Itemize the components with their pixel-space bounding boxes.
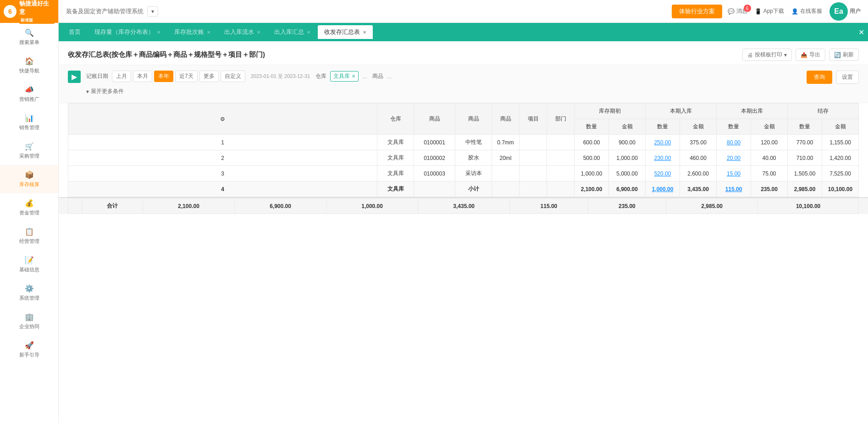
tab-inout-flow[interactable]: 出入库流水 ✕ [218, 25, 267, 39]
export-button[interactable]: 📤 导出 [796, 49, 825, 61]
date-btn-more[interactable]: 更多 [199, 71, 219, 82]
warehouse-more[interactable]: ... [362, 73, 367, 80]
date-btn-this-month[interactable]: 本月 [133, 71, 152, 82]
cell-in-qty[interactable]: 520.00 [646, 166, 680, 181]
sidebar-item-guide[interactable]: 🚀 新手引导 [0, 335, 58, 364]
cell-no: 1 [68, 135, 377, 150]
expand-more-btn[interactable]: ▾ 展开更多条件 [86, 86, 801, 97]
th-out-amt: 金额 [751, 119, 788, 135]
dropdown-label: ▾ [151, 8, 154, 15]
app-name: 畅捷通好生意 [19, 0, 55, 16]
tab-close-icon[interactable]: ✕ [307, 30, 310, 35]
cell-code: 0100001 [414, 135, 455, 150]
tab-collect-summary[interactable]: 收发存汇总表 ✕ [318, 25, 373, 39]
subtotal-dept [547, 181, 575, 197]
sidebar-item-basic[interactable]: 📝 基础信息 [0, 250, 58, 279]
page-header: 收发存汇总表(按仓库＋商品编码＋商品＋规格型号＋项目＋部门) 🖨 按模板打印 ▾… [59, 41, 868, 65]
messages-action[interactable]: 💬 6 消息 [728, 7, 747, 15]
subtotal-code [414, 181, 455, 197]
subtotal-warehouse: 文具库 [377, 181, 414, 197]
tab-batch[interactable]: 库存批次账 ✕ [168, 25, 217, 39]
cell-code: 0100002 [414, 150, 455, 166]
cell-in-amt: 375.00 [680, 135, 717, 150]
warehouse-tag: 文具库 ✕ [330, 71, 359, 82]
th-out: 本期出库 [717, 104, 788, 119]
date-btn-last-month[interactable]: 上月 [112, 71, 131, 82]
print-button[interactable]: 🖨 按模板打印 ▾ [742, 49, 792, 61]
system-dropdown[interactable]: ▾ [147, 6, 158, 16]
cell-in-qty[interactable]: 230.00 [646, 150, 680, 166]
refresh-button[interactable]: 🔄 刷新 [829, 49, 859, 61]
sidebar-item-system[interactable]: ⚙️ 系统管理 [0, 279, 58, 307]
settings-button[interactable]: 设置 [836, 71, 859, 84]
sidebar-item-quick[interactable]: 🏠 快捷导航 [0, 51, 58, 80]
warehouse-tag-close[interactable]: ✕ [352, 74, 355, 79]
date-btn-custom[interactable]: 自定义 [221, 71, 245, 82]
experience-button[interactable]: 体验行业方案 [672, 5, 722, 18]
tab-close-icon[interactable]: ✕ [157, 30, 160, 35]
cell-product: 胶水 [455, 150, 492, 166]
sidebar-item-finance[interactable]: 💰 资金管理 [0, 193, 58, 222]
subtotal-bal-amt: 10,100.00 [822, 181, 859, 197]
tab-home[interactable]: 首页 [62, 25, 87, 39]
message-icon: 💬 [728, 8, 735, 15]
enterprise-icon: 🏢 [25, 313, 34, 321]
tabs-close-all[interactable]: ✕ [858, 28, 864, 37]
main-area: 装备及固定资产辅助管理系统 ▾ 体验行业方案 💬 6 消息 📱 App下载 👤 … [59, 0, 868, 423]
search-icon: 🔍 [25, 28, 34, 37]
tab-label: 出入库流水 [224, 28, 254, 36]
sidebar-item-label: 企业协同 [19, 323, 39, 330]
tab-close-icon[interactable]: ✕ [207, 30, 210, 35]
cell-bal-amt: 1,420.00 [822, 150, 859, 166]
cell-out-qty[interactable]: 80.00 [717, 135, 751, 150]
sidebar-item-purchase[interactable]: 🛒 采购管理 [0, 137, 58, 165]
app-download-action[interactable]: 📱 App下载 [755, 7, 784, 15]
filter-content: 记账日期 上月 本月 本年 近7天 更多 自定义 2023-01-01 至 20… [86, 71, 801, 97]
product-more[interactable]: ... [387, 73, 392, 80]
sidebar-item-search[interactable]: 🔍 搜索菜单 [0, 23, 58, 51]
th-opening-qty: 数量 [575, 119, 609, 135]
sidebar-item-marketing[interactable]: 📣 营销推广 [0, 80, 58, 108]
cell-in-qty[interactable]: 250.00 [646, 135, 680, 150]
cell-open-qty: 1,000.00 [575, 166, 609, 181]
user-avatar: Ea [829, 2, 848, 21]
tab-home-label: 首页 [69, 28, 81, 36]
filter-toggle-button[interactable]: ▶ [68, 71, 81, 83]
tab-close-icon[interactable]: ✕ [363, 30, 366, 35]
chevron-down-icon: ▾ [784, 52, 787, 58]
sidebar-item-sales[interactable]: 📊 销售管理 [0, 108, 58, 137]
subtotal-project [520, 181, 547, 197]
th-bal-qty: 数量 [788, 119, 822, 135]
sidebar-item-inventory[interactable]: 📦 库存核算 [0, 165, 58, 193]
cell-open-qty: 500.00 [575, 150, 609, 166]
sidebar-item-business[interactable]: 📋 经营管理 [0, 222, 58, 250]
user-menu[interactable]: Ea 用户 [829, 2, 861, 21]
date-btn-this-year[interactable]: 本年 [154, 71, 173, 82]
tab-close-icon[interactable]: ✕ [257, 30, 260, 35]
sidebar-item-label: 资金管理 [19, 209, 39, 216]
sidebar-item-label: 基础信息 [19, 266, 39, 273]
sidebar-item-enterprise[interactable]: 🏢 企业协同 [0, 307, 58, 335]
query-button[interactable]: 查询 [807, 71, 832, 84]
subtotal-out-qty[interactable]: 115.00 [717, 181, 751, 197]
total-open-qty: 2,100.00 [143, 198, 234, 214]
th-in-qty: 数量 [646, 119, 680, 135]
cell-out-amt: 120.00 [751, 135, 788, 150]
subtotal-in-qty[interactable]: 1,000.00 [646, 181, 680, 197]
th-in-amt: 金额 [680, 119, 717, 135]
filter-actions: 查询 设置 [807, 71, 859, 84]
th-opening-amt: 金额 [609, 119, 646, 135]
date-btn-7days[interactable]: 近7天 [175, 71, 198, 82]
subtotal-bal-qty: 2,985.00 [788, 181, 822, 197]
online-service-action[interactable]: 👤 在线客服 [791, 7, 822, 15]
cell-no: 3 [68, 166, 377, 181]
cell-out-qty[interactable]: 20.00 [717, 150, 751, 166]
tab-inventory-dist[interactable]: 现存量（库存分布表） ✕ [88, 25, 167, 39]
refresh-icon: 🔄 [834, 52, 841, 58]
print-icon: 🖨 [747, 52, 753, 58]
th-settings[interactable]: ⚙ [68, 104, 377, 135]
tab-label: 出入库汇总 [274, 28, 304, 36]
cell-out-qty[interactable]: 15.00 [717, 166, 751, 181]
total-in-qty: 1,000.00 [326, 198, 418, 214]
tab-inout-summary[interactable]: 出入库汇总 ✕ [268, 25, 317, 39]
